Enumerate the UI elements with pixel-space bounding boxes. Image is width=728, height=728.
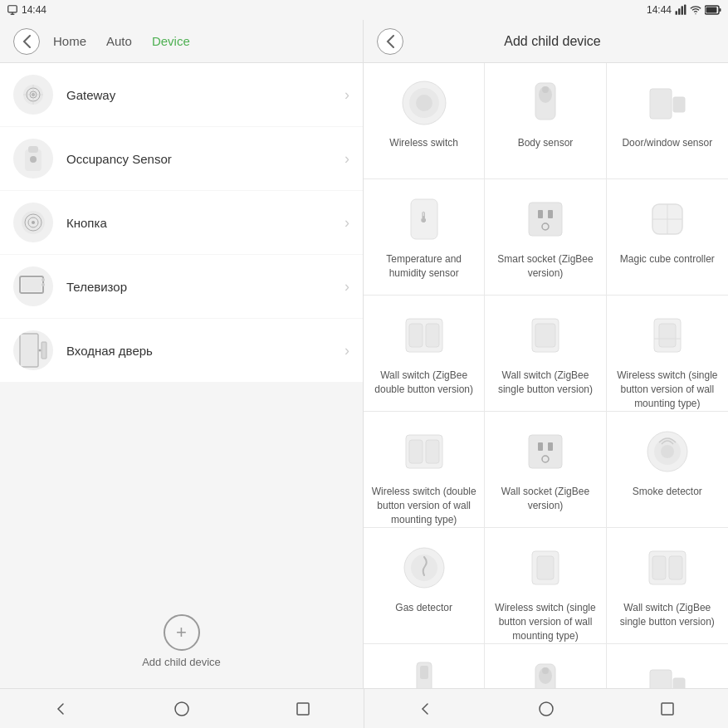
chevron-tv: › (344, 278, 349, 296)
grid-item-wireless-switch[interactable]: Wireless switch (364, 63, 485, 179)
svg-rect-70 (420, 666, 428, 679)
bottom-nav (0, 688, 728, 728)
tall-device-icon (398, 657, 451, 688)
svg-text:🌡: 🌡 (417, 209, 432, 226)
grid-label-1: Body sensor (518, 136, 574, 150)
bottom-nav-right (364, 689, 728, 728)
grid-item-body-sensor[interactable]: Body sensor (485, 63, 606, 179)
svg-rect-68 (669, 556, 682, 579)
smart-socket-icon (519, 193, 572, 246)
device-icon-door (13, 330, 53, 370)
svg-point-76 (175, 702, 188, 716)
grid-item-17[interactable] (485, 644, 606, 688)
right-header: Add child device (364, 20, 728, 63)
device-icon-button (13, 203, 53, 242)
recent-nav-btn-right[interactable] (652, 694, 682, 724)
grid-item-18[interactable] (607, 644, 728, 688)
back-nav-btn-left[interactable] (46, 694, 76, 724)
svg-rect-65 (537, 556, 554, 579)
grid-item-temp-humidity[interactable]: 🌡 Temperature and humidity sensor (364, 179, 485, 296)
status-bar: 14:44 14:44 (0, 0, 728, 20)
back-button-right[interactable] (377, 28, 403, 55)
svg-rect-56 (538, 442, 543, 451)
wireless-wall-double-icon (398, 425, 451, 478)
svg-rect-57 (548, 442, 553, 451)
tab-auto[interactable]: Auto (106, 34, 132, 48)
svg-point-19 (32, 221, 35, 224)
device-item-button[interactable]: Кнопка › (0, 191, 363, 254)
tab-device[interactable]: Device (152, 34, 190, 48)
add-child-area[interactable]: + Add child device (0, 594, 363, 688)
chevron-gateway: › (344, 86, 349, 104)
recent-nav-btn-left[interactable] (288, 694, 318, 724)
svg-rect-48 (535, 324, 555, 347)
grid-label-8: Wireless switch (single button version o… (613, 369, 721, 410)
svg-rect-14 (28, 146, 38, 153)
device-item-gateway[interactable]: Gateway › (0, 63, 363, 126)
gas-detector-icon (398, 541, 451, 594)
left-header: Home Auto Device (0, 20, 363, 63)
temp-humidity-icon: 🌡 (398, 193, 451, 246)
device-name-gateway: Gateway (66, 88, 344, 102)
wireless-switch-icon (398, 76, 451, 129)
device-grid: Wireless switch Body sensor Door/window … (364, 63, 728, 688)
device-item-occupancy[interactable]: Occupancy Sensor › (0, 127, 363, 190)
grid-label-10: Wall socket (ZigBee version) (491, 485, 599, 513)
svg-point-61 (661, 445, 674, 458)
grid-item-wall-switch-single2[interactable]: Wall switch (ZigBee single button versio… (607, 528, 728, 644)
grid-item-wireless-wall-double[interactable]: Wireless switch (double button version o… (364, 412, 485, 528)
bottom-nav-left (0, 689, 364, 728)
body-sensor2-icon (519, 657, 572, 688)
main-content: Home Auto Device Gateway › Occupancy Sen… (0, 20, 728, 688)
status-bar-right: 14:44 (647, 4, 721, 16)
grid-item-wireless-wall-single[interactable]: Wireless switch (single button version o… (607, 296, 728, 412)
svg-rect-67 (652, 556, 666, 579)
device-name-occupancy: Occupancy Sensor (66, 152, 344, 166)
back-nav-btn-right[interactable] (410, 694, 440, 724)
svg-rect-77 (297, 703, 309, 715)
grid-item-wireless-wall-single2[interactable]: Wireless switch (single button version o… (485, 528, 606, 644)
nav-tabs: Home Auto Device (53, 34, 190, 48)
grid-label-3: Temperature and humidity sensor (370, 252, 477, 281)
body-sensor-icon (519, 76, 572, 129)
right-panel-title: Add child device (417, 34, 688, 49)
svg-rect-34 (673, 97, 685, 112)
svg-point-26 (39, 349, 42, 352)
grid-item-smart-socket[interactable]: Smart socket (ZigBee version) (485, 179, 606, 296)
svg-point-15 (30, 156, 37, 163)
grid-item-magic-cube[interactable]: Magic cube controller (607, 179, 728, 296)
home-nav-btn-left[interactable] (167, 694, 197, 724)
grid-item-wall-switch-single[interactable]: Wall switch (ZigBee single button versio… (485, 296, 606, 412)
grid-item-16[interactable] (364, 644, 485, 688)
grid-item-smoke-detector[interactable]: Smoke detector (607, 412, 728, 528)
svg-rect-1 (676, 11, 677, 15)
svg-rect-8 (706, 7, 717, 13)
grid-item-gas-detector[interactable]: Gas detector (364, 528, 485, 644)
device-item-door[interactable]: Входная дверь › (0, 319, 363, 382)
door-sensor2-icon (641, 657, 694, 688)
home-nav-btn-right[interactable] (531, 694, 561, 724)
grid-label-13: Wireless switch (single button version o… (491, 601, 599, 642)
status-bar-left: 14:44 (7, 4, 46, 16)
svg-rect-46 (426, 324, 439, 347)
svg-rect-53 (409, 440, 423, 463)
svg-rect-79 (662, 703, 673, 715)
back-button-left[interactable] (13, 28, 40, 55)
signal-icon (675, 4, 686, 16)
grid-item-wall-socket[interactable]: Wall socket (ZigBee version) (485, 412, 606, 528)
svg-rect-55 (529, 435, 562, 468)
svg-rect-0 (8, 6, 17, 12)
grid-label-6: Wall switch (ZigBee double button versio… (370, 369, 477, 397)
svg-rect-4 (684, 5, 686, 15)
add-child-label: Add child device (142, 656, 221, 668)
chevron-door: › (344, 342, 349, 359)
left-time: 14:44 (22, 4, 46, 16)
svg-rect-3 (682, 6, 683, 14)
magic-cube-icon (641, 193, 694, 246)
grid-item-wall-switch-double[interactable]: Wall switch (ZigBee double button versio… (364, 296, 485, 412)
svg-rect-24 (20, 334, 38, 367)
add-child-icon: + (164, 614, 200, 651)
device-item-tv[interactable]: Телевизор › (0, 255, 363, 318)
grid-item-door-sensor[interactable]: Door/window sensor (607, 63, 728, 179)
tab-home[interactable]: Home (53, 34, 86, 48)
